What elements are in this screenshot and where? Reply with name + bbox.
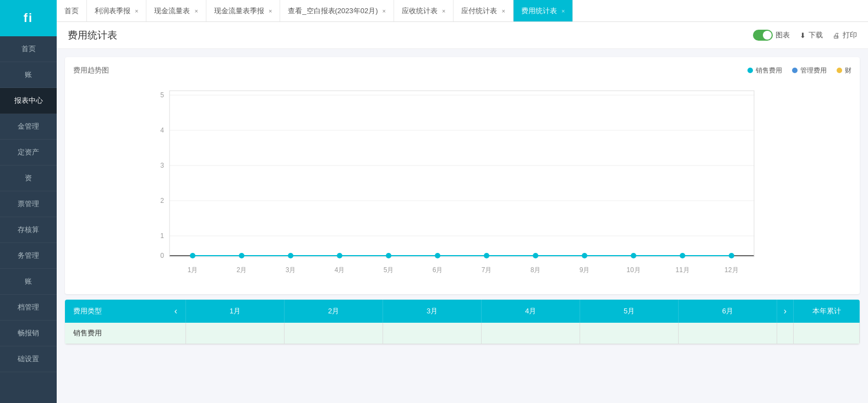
- svg-text:5月: 5月: [384, 266, 394, 274]
- td-sales-m4: [482, 323, 580, 344]
- sidebar-item-investment[interactable]: 资: [0, 165, 57, 191]
- tab-close-expense[interactable]: ×: [561, 8, 565, 14]
- svg-text:4: 4: [160, 126, 164, 134]
- svg-point-26: [239, 253, 244, 258]
- svg-point-34: [631, 253, 636, 258]
- tab-cashflow[interactable]: 现金流量表 ×: [146, 0, 206, 22]
- th-month-3: 3月: [383, 300, 482, 323]
- svg-text:6月: 6月: [433, 266, 443, 274]
- th-month-1: 1月: [186, 300, 285, 323]
- page-header: 费用统计表 图表 ⬇ 下载 🖨 打印: [57, 22, 868, 49]
- sidebar-item-fixed-assets[interactable]: 定资产: [0, 140, 57, 165]
- svg-text:7月: 7月: [482, 266, 492, 274]
- table-row-sales: 销售费用: [65, 323, 860, 344]
- legend-label-sales: 销售费用: [756, 66, 782, 75]
- svg-point-35: [680, 253, 685, 258]
- sidebar-item-payables[interactable]: 账: [0, 269, 57, 295]
- sidebar: fi 首页 账 报表中心 金管理 定资产 资 票管理 存核算 务管理 账 档管理…: [0, 0, 57, 403]
- tab-receivable[interactable]: 应收统计表 ×: [394, 0, 454, 22]
- svg-point-32: [533, 253, 538, 258]
- page-actions: 图表 ⬇ 下载 🖨 打印: [753, 30, 857, 41]
- tab-close-receivable[interactable]: ×: [442, 8, 445, 14]
- svg-text:2: 2: [160, 197, 164, 205]
- chart-toggle-btn[interactable]: 图表: [753, 30, 790, 41]
- sidebar-item-report[interactable]: 报表中心: [0, 88, 57, 114]
- legend-label-admin: 管理费用: [800, 66, 827, 75]
- trend-chart: 5 4 3 2 1 0 1月 2月: [73, 81, 851, 284]
- svg-text:8月: 8月: [531, 266, 541, 274]
- table-header-row: 费用类型 ‹ 1月 2月 3月 4月 5月 6月 › 本年累计: [65, 300, 860, 323]
- th-ytd: 本年累计: [794, 300, 860, 323]
- sidebar-item-service[interactable]: 务管理: [0, 243, 57, 269]
- svg-text:3: 3: [160, 162, 164, 169]
- th-nav-next[interactable]: ›: [777, 300, 794, 323]
- tab-close-profit[interactable]: ×: [135, 8, 138, 14]
- tab-payable[interactable]: 应付统计表 ×: [454, 0, 513, 22]
- legend-dot-sales: [747, 68, 753, 73]
- sidebar-item-inventory[interactable]: 存核算: [0, 217, 57, 243]
- print-btn[interactable]: 🖨 打印: [833, 30, 857, 40]
- th-month-2: 2月: [285, 300, 383, 323]
- th-type: 费用类型 ‹: [65, 300, 186, 323]
- th-type-label: 费用类型: [73, 306, 102, 316]
- tab-close-payable[interactable]: ×: [501, 8, 505, 14]
- tab-close-blank-report[interactable]: ×: [383, 8, 386, 14]
- tab-close-cashflow-q[interactable]: ×: [269, 8, 272, 14]
- main-area: 首页 利润表季报 × 现金流量表 × 现金流量表季报 × 查看_空白报表(202…: [57, 0, 868, 403]
- chart-container: 5 4 3 2 1 0 1月 2月: [73, 81, 851, 286]
- legend-dot-finance: [837, 68, 842, 73]
- td-sales-m5: [580, 323, 679, 344]
- download-icon: ⬇: [800, 31, 806, 40]
- legend-label-finance: 财: [845, 66, 851, 75]
- svg-text:2月: 2月: [237, 266, 247, 274]
- svg-point-28: [337, 253, 342, 258]
- tab-home[interactable]: 首页: [57, 0, 87, 22]
- sidebar-item-home[interactable]: 首页: [0, 36, 57, 62]
- data-table-section: 费用类型 ‹ 1月 2月 3月 4月 5月 6月 › 本年累计 销售费用: [65, 300, 860, 344]
- legend-dot-admin: [792, 68, 798, 73]
- td-sales-m3: [383, 323, 482, 344]
- print-icon: 🖨: [833, 31, 840, 40]
- svg-text:10月: 10月: [626, 266, 640, 274]
- legend-sales: 销售费用: [747, 66, 782, 75]
- chart-toggle-switch[interactable]: [753, 30, 773, 41]
- tab-profit[interactable]: 利润表季报 ×: [87, 0, 146, 22]
- svg-text:0: 0: [160, 252, 164, 260]
- chart-legend: 销售费用 管理费用 财: [747, 66, 851, 75]
- download-label: 下载: [809, 30, 823, 40]
- tab-blank-report[interactable]: 查看_空白报表(2023年02月) ×: [280, 0, 394, 22]
- tab-expense[interactable]: 费用统计表 ×: [514, 0, 573, 22]
- td-type-sales: 销售费用: [65, 323, 186, 344]
- th-month-5: 5月: [580, 300, 679, 323]
- svg-point-30: [435, 253, 440, 258]
- sidebar-item-account[interactable]: 账: [0, 62, 57, 88]
- svg-point-27: [288, 253, 293, 258]
- svg-text:11月: 11月: [675, 266, 689, 274]
- tab-cashflow-q[interactable]: 现金流量表季报 ×: [206, 0, 280, 22]
- legend-admin: 管理费用: [792, 66, 827, 75]
- page-title: 费用统计表: [68, 29, 117, 42]
- td-sales-m1: [186, 323, 285, 344]
- svg-text:1月: 1月: [188, 266, 198, 274]
- sidebar-item-settings[interactable]: 础设置: [0, 346, 57, 372]
- th-nav-prev[interactable]: ‹: [174, 306, 177, 316]
- svg-text:5: 5: [160, 91, 164, 99]
- svg-point-31: [484, 253, 489, 258]
- chart-section: 费用趋势图 销售费用 管理费用 财: [65, 57, 860, 294]
- tab-close-cashflow[interactable]: ×: [194, 8, 198, 14]
- chart-title: 费用趋势图: [73, 65, 109, 75]
- svg-point-25: [190, 253, 195, 258]
- tab-bar: 首页 利润表季报 × 现金流量表 × 现金流量表季报 × 查看_空白报表(202…: [57, 0, 868, 22]
- print-label: 打印: [843, 30, 857, 40]
- sidebar-item-sales[interactable]: 畅报销: [0, 321, 57, 346]
- svg-point-33: [582, 253, 587, 258]
- svg-rect-12: [170, 91, 754, 257]
- page-content: 费用统计表 图表 ⬇ 下载 🖨 打印 费用趋势图: [57, 22, 868, 403]
- download-btn[interactable]: ⬇ 下载: [800, 30, 823, 40]
- td-sales-nav: [777, 323, 794, 344]
- sidebar-item-archive[interactable]: 档管理: [0, 295, 57, 321]
- sidebar-item-invoice[interactable]: 票管理: [0, 191, 57, 217]
- chart-header: 费用趋势图 销售费用 管理费用 财: [73, 65, 851, 75]
- chart-toggle-label: 图表: [776, 30, 790, 40]
- sidebar-item-fund[interactable]: 金管理: [0, 114, 57, 140]
